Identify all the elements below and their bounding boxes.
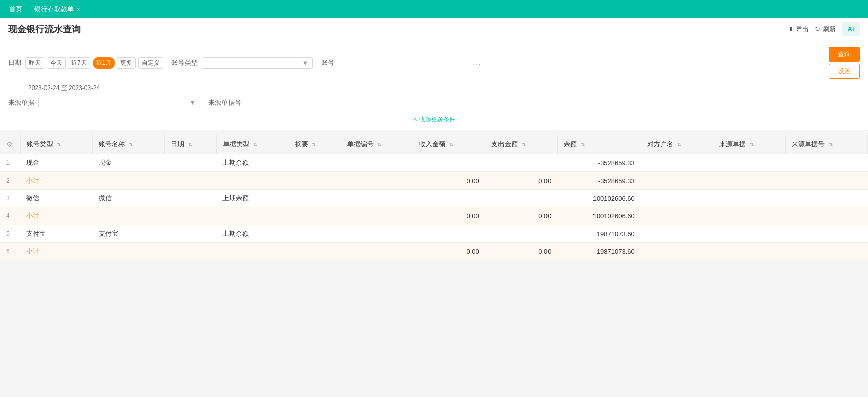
table-cell: 0.00 [485,172,558,190]
account-input[interactable] [338,59,470,66]
table-cell: 0.00 [413,207,485,225]
table-cell [289,225,341,243]
account-type-label: 账号类型 [171,58,198,67]
source-doc-num-input[interactable] [245,99,417,106]
table-cell [713,207,786,225]
table-cell [341,225,413,243]
table-cell [485,225,558,243]
table-body: 1现金现金上期余额-3528659.332小计0.000.00-3528659.… [0,154,868,260]
sort-icon[interactable]: ⇅ [829,142,833,147]
th-date: 日期 ⇅ [165,135,217,154]
table-cell [413,154,485,172]
account-dots[interactable]: ... [472,58,481,67]
table-cell: 小计 [20,207,93,225]
table-row[interactable]: 4小计0.000.00100102606.60 [0,207,868,225]
source-doc-select[interactable]: ▼ [38,97,200,108]
sort-icon[interactable]: ⇅ [57,142,61,147]
table-cell [786,207,868,225]
table-cell [341,243,413,260]
date-custom[interactable]: 自定义 [138,57,163,69]
table-cell: 支付宝 [20,225,93,243]
close-tab-icon[interactable]: × [77,6,80,12]
table-cell [216,172,289,190]
table-cell [165,154,217,172]
data-table: ⚙ 账号类型 ⇅ 账号名称 ⇅ 日期 ⇅ 单据类型 ⇅ 摘要 ⇅ 单据编号 ⇅ … [0,135,868,260]
sort-icon[interactable]: ⇅ [449,142,453,147]
refresh-button[interactable]: ↻ 刷新 [815,25,836,34]
nav-tab-银行存取款单[interactable]: 银行存取款单× [28,2,99,16]
source-doc-num-filter: 来源单据号 [208,97,417,108]
account-input-wrap: ... [338,57,481,68]
table-cell [289,207,341,225]
account-label: 账号 [321,58,334,67]
date-label: 日期 [8,58,21,67]
sort-icon[interactable]: ⇅ [129,142,133,147]
query-button[interactable]: 查询 [829,47,860,62]
nav-tab-预收冲应收单[interactable]: 预收冲应收单× [28,16,99,18]
table-cell: -3528659.33 [558,154,641,172]
table-cell [786,190,868,207]
table-cell [165,207,217,225]
sort-icon[interactable]: ⇅ [312,142,316,147]
nav-home[interactable]: 首页 [4,5,27,14]
table-row[interactable]: 3微信微信上期余额100102606.60 [0,190,868,207]
date-yesterday[interactable]: 昨天 [25,57,44,69]
date-7days[interactable]: 近7天 [68,57,90,69]
sort-icon[interactable]: ⇅ [581,142,585,147]
table-row[interactable]: 5支付宝支付宝上期余额19871073.60 [0,225,868,243]
header-actions: ⬆ 导出 ↻ 刷新 Ai [788,22,860,36]
table-cell [289,190,341,207]
table-cell: 0.00 [413,243,485,260]
sort-icon[interactable]: ⇅ [750,142,754,147]
collapse-bar[interactable]: ∧ 收起更多条件 [8,113,860,126]
account-input-container [338,57,470,68]
table-cell: 19871073.60 [558,225,641,243]
th-doc-type: 单据类型 ⇅ [216,135,289,154]
th-account-type: 账号类型 ⇅ [20,135,93,154]
date-today[interactable]: 今天 [47,57,66,69]
source-doc-filter: 来源单据 ▼ [8,97,200,108]
gear-icon[interactable]: ⚙ [6,140,13,148]
chevron-down-icon-2: ▼ [189,99,196,106]
table-row[interactable]: 2小计0.000.00-3528659.33 [0,172,868,190]
table-wrapper: ⚙ 账号类型 ⇅ 账号名称 ⇅ 日期 ⇅ 单据类型 ⇅ 摘要 ⇅ 单据编号 ⇅ … [0,135,868,260]
table-cell: 上期余额 [216,225,289,243]
date-more[interactable]: 更多 [117,57,136,69]
sort-icon[interactable]: ⇅ [677,142,681,147]
account-filter: 账号 ... [321,57,481,68]
ai-badge[interactable]: Ai [842,22,860,36]
date-filter: 日期 昨天 今天 近7天 近1月 更多 自定义 [8,57,163,69]
export-button[interactable]: ⬆ 导出 [788,25,809,34]
setting-button[interactable]: 设置 [829,64,860,79]
table-cell [93,243,165,260]
action-buttons: 查询 设置 [829,47,860,79]
table-cell [413,190,485,207]
table-cell: 0.00 [485,243,558,260]
table-cell [485,190,558,207]
table-cell [93,172,165,190]
account-type-select[interactable]: ▼ [202,57,313,69]
sort-icon[interactable]: ⇅ [377,142,381,147]
source-doc-num-label: 来源单据号 [208,98,241,107]
table-cell: 微信 [20,190,93,207]
table-cell [641,207,713,225]
table-cell [289,243,341,260]
table-cell: 4 [0,207,20,225]
table-cell [786,225,868,243]
th-source-doc: 来源单据 ⇅ [713,135,786,154]
table-cell: 小计 [20,243,93,260]
sort-icon[interactable]: ⇅ [253,142,257,147]
th-doc-no: 单据编号 ⇅ [341,135,413,154]
sort-icon[interactable]: ⇅ [522,142,526,147]
date-1month[interactable]: 近1月 [93,57,115,69]
account-type-filter: 账号类型 ▼ [171,57,313,69]
table-row[interactable]: 6小计0.000.0019871073.60 [0,243,868,260]
refresh-icon: ↻ [815,25,820,33]
sort-icon[interactable]: ⇅ [188,142,192,147]
table-cell: 现金 [20,154,93,172]
table-header-row: ⚙ 账号类型 ⇅ 账号名称 ⇅ 日期 ⇅ 单据类型 ⇅ 摘要 ⇅ 单据编号 ⇅ … [0,135,868,154]
table-cell [341,190,413,207]
source-doc-label: 来源单据 [8,98,34,107]
table-row[interactable]: 1现金现金上期余额-3528659.33 [0,154,868,172]
th-summary: 摘要 ⇅ [289,135,341,154]
